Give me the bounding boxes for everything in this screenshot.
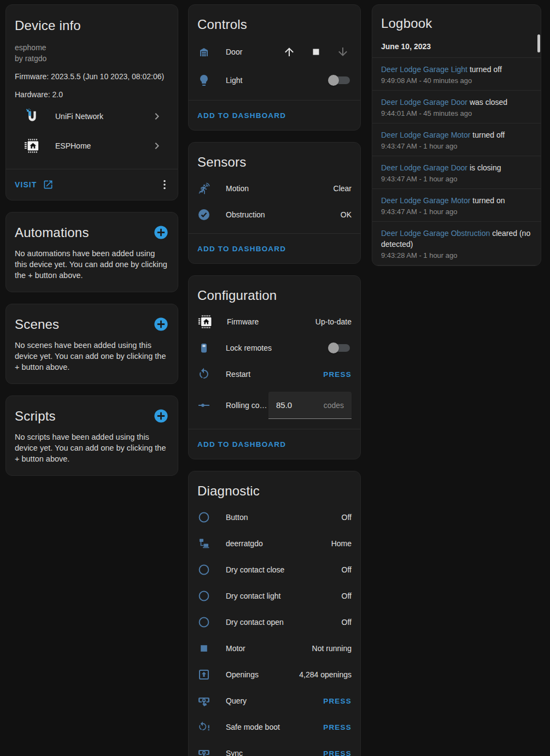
logbook-entry[interactable]: Deer Lodge Garage Door was closed 9:44:0… (372, 91, 541, 123)
logbook-entity-link[interactable]: Deer Lodge Garage Light (381, 65, 467, 74)
logbook-entry[interactable]: Deer Lodge Garage Door is closing 9:43:4… (372, 156, 541, 189)
device-info-card: Device info esphome by ratgdo Firmware: … (5, 4, 178, 200)
restart-label: Restart (226, 370, 323, 379)
restart-press-button[interactable]: PRESS (323, 370, 352, 379)
add-to-dashboard-button[interactable]: ADD TO DASHBOARD (197, 440, 286, 448)
rolling-code-label: Rolling co… (226, 401, 268, 410)
logbook-scrollbar-thumb[interactable] (537, 34, 540, 52)
dry-contact-close-row[interactable]: Dry contact close Off (189, 557, 360, 583)
row-state: 4,284 openings (299, 670, 352, 679)
restart-row: Restart PRESS (189, 361, 360, 387)
row-state: Not running (312, 644, 352, 653)
row-state: Off (342, 592, 352, 600)
scenes-empty-text: No scenes have been added using this dev… (6, 332, 178, 383)
logbook-entity-link[interactable]: Deer Lodge Garage Obstruction (381, 229, 490, 238)
circle-outline-icon (197, 563, 210, 576)
add-to-dashboard-button[interactable]: ADD TO DASHBOARD (197, 245, 286, 253)
firmware-chip-icon (197, 314, 214, 330)
device-firmware-line: Firmware: 2023.5.5 (Jun 10 2023, 08:02:0… (15, 72, 169, 82)
diagnostic-card: Diagnostic Button Off deerratgdo Home Dr… (188, 471, 361, 756)
logbook-entry[interactable]: Deer Lodge Garage Obstruction cleared (n… (372, 222, 541, 265)
button-row[interactable]: Button Off (189, 504, 360, 530)
firmware-row[interactable]: Firmware Up-to-date (189, 309, 360, 335)
row-state: Off (342, 513, 352, 522)
firmware-state: Up-to-date (315, 317, 352, 326)
automations-card: Automations No automations have been add… (5, 212, 178, 292)
row-label: Dry contact open (226, 618, 342, 627)
device-app-name: esphome (15, 42, 169, 53)
lock-remotes-toggle[interactable] (328, 342, 350, 354)
logbook-entity-link[interactable]: Deer Lodge Garage Door (381, 163, 467, 172)
lock-remotes-row: Lock remotes (189, 335, 360, 361)
query-row: Query PRESS (189, 688, 360, 714)
door-stop-button[interactable] (310, 46, 322, 58)
lightbulb-icon (197, 74, 210, 87)
dry-contact-light-row[interactable]: Dry contact light Off (189, 583, 360, 609)
visit-label: VISIT (15, 180, 37, 189)
row-label: Button (226, 513, 342, 522)
dry-contact-open-row[interactable]: Dry contact open Off (189, 609, 360, 635)
logbook-entry[interactable]: Deer Lodge Garage Light turned off 9:49:… (372, 58, 541, 91)
scripts-card: Scripts No scripts have been added using… (5, 395, 178, 476)
scenes-card: Scenes No scenes have been added using t… (5, 304, 178, 384)
logbook-entity-link[interactable]: Deer Lodge Garage Motor (381, 196, 470, 205)
motion-state: Clear (333, 184, 352, 193)
openings-row[interactable]: Openings 4,284 openings (189, 662, 360, 688)
circle-outline-icon (197, 589, 210, 603)
logbook-message: turned on (472, 196, 505, 205)
device-page: Device info esphome by ratgdo Firmware: … (0, 0, 550, 756)
controls-title: Controls (197, 17, 352, 32)
door-row: Door (189, 38, 360, 66)
deerratgdo-row[interactable]: deerratgdo Home (189, 530, 360, 557)
integration-row-unifi[interactable]: UniFi Network (15, 103, 169, 129)
logbook-entry[interactable]: Deer Lodge Garage Motor turned off 9:43:… (372, 123, 541, 156)
sync-row: Sync PRESS (189, 740, 360, 756)
door-close-button[interactable] (336, 45, 349, 58)
light-label: Light (226, 76, 328, 85)
restart-alert-icon (197, 720, 210, 734)
scripts-empty-text: No scripts have been added using this de… (6, 424, 178, 475)
add-automation-button[interactable] (153, 225, 169, 240)
obstruction-row[interactable]: Obstruction OK (189, 202, 360, 228)
rolling-code-icon (197, 399, 210, 412)
sync-press-button[interactable]: PRESS (323, 749, 352, 756)
visit-button[interactable]: VISIT (15, 179, 54, 190)
add-script-button[interactable] (153, 408, 169, 424)
overflow-menu-icon[interactable] (158, 178, 171, 191)
add-to-dashboard-button[interactable]: ADD TO DASHBOARD (197, 111, 286, 120)
gesture-tap-icon (197, 694, 210, 707)
scenes-title: Scenes (15, 317, 59, 332)
device-info-title: Device info (15, 18, 169, 33)
rolling-code-row: Rolling co… codes (189, 387, 360, 423)
query-press-button[interactable]: PRESS (323, 697, 352, 705)
rolling-code-unit: codes (324, 401, 344, 410)
left-column: Device info esphome by ratgdo Firmware: … (5, 4, 178, 756)
circle-outline-icon (197, 511, 210, 524)
row-state: Off (342, 565, 352, 574)
check-circle-icon (197, 208, 210, 221)
integration-label: ESPHome (55, 141, 150, 150)
add-scene-button[interactable] (153, 316, 169, 332)
rolling-code-input[interactable] (276, 400, 324, 410)
right-column: Logbook June 10, 2023 Deer Lodge Garage … (372, 4, 541, 756)
door-open-button[interactable] (283, 45, 296, 58)
motion-row[interactable]: Motion Clear (189, 175, 360, 202)
logbook-entity-link[interactable]: Deer Lodge Garage Door (381, 98, 467, 107)
logbook-message: turned off (470, 65, 502, 74)
logbook-entry[interactable]: Deer Lodge Garage Motor turned on 9:43:4… (372, 189, 541, 222)
esphome-icon (24, 137, 41, 155)
logbook-entity-link[interactable]: Deer Lodge Garage Motor (381, 131, 470, 139)
gesture-tap-icon (197, 747, 210, 756)
safe-mode-press-button[interactable]: PRESS (323, 723, 352, 731)
light-toggle[interactable] (328, 74, 350, 86)
row-label: deerratgdo (226, 539, 331, 548)
lock-remotes-label: Lock remotes (226, 344, 328, 352)
automations-title: Automations (15, 225, 89, 240)
row-label: Query (226, 696, 323, 705)
sensors-title: Sensors (197, 155, 352, 170)
integration-label: UniFi Network (55, 112, 150, 121)
motor-row[interactable]: Motor Not running (189, 635, 360, 662)
row-label: Sync (226, 749, 323, 756)
integration-row-esphome[interactable]: ESPHome (15, 133, 169, 159)
row-label: Motor (226, 644, 312, 653)
